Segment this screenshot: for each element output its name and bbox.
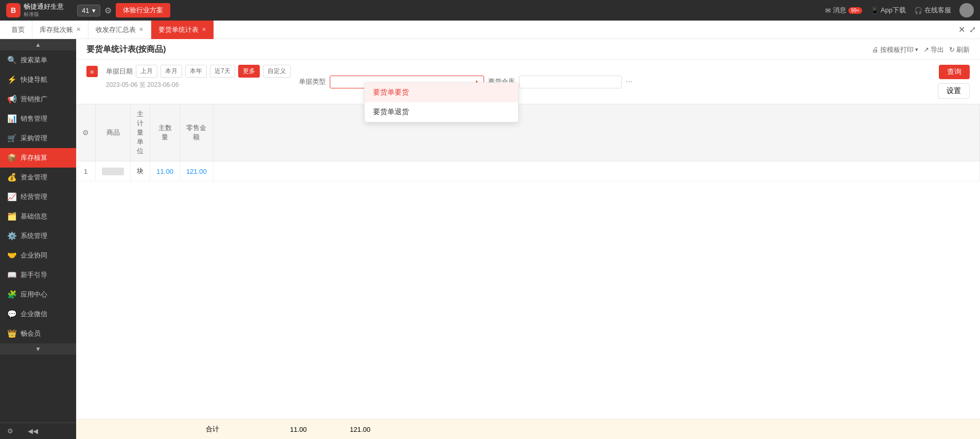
refresh-button[interactable]: ↻ 刷新 xyxy=(949,45,970,54)
page-title: 要货单统计表(按商品) xyxy=(86,44,166,55)
sidebar-item-operation[interactable]: 📈 经营管理 xyxy=(0,187,76,207)
app-center-icon: 🧩 xyxy=(7,290,16,299)
table-header-row: ⚙ 商品 主计量单位 主数量 零售金额 xyxy=(76,104,980,161)
inventory-icon: 📦 xyxy=(7,153,16,162)
sidebar-label: 基础信息 xyxy=(21,212,47,221)
refresh-label: 刷新 xyxy=(956,45,970,54)
more-dates-btn[interactable]: 更多 xyxy=(238,65,260,78)
sidebar-item-marketing[interactable]: 📢 营销推广 xyxy=(0,89,76,109)
trial-button[interactable]: 体验行业方案 xyxy=(116,3,170,17)
sidebar-item-enterprise[interactable]: 🤝 企业协同 xyxy=(0,246,76,265)
warehouse-input[interactable] xyxy=(519,76,622,88)
tab-order-stats[interactable]: 要货单统计表 ✕ xyxy=(151,21,214,39)
tab-receivable[interactable]: 收发存汇总表 ✕ xyxy=(88,21,151,39)
sidebar-item-member[interactable]: 👑 畅会员 xyxy=(0,324,76,343)
tab-close-icon[interactable]: ✕ xyxy=(76,26,81,33)
gear-icon[interactable]: ⚙ xyxy=(104,6,112,15)
this-month-btn[interactable]: 本月 xyxy=(161,65,182,78)
dropdown-item-order-return[interactable]: 要货单退货 xyxy=(365,102,518,122)
search-button[interactable]: 查询 xyxy=(939,65,970,79)
close-tab-icon[interactable]: ✕ xyxy=(958,25,965,34)
store-selector[interactable]: 41 ▾ xyxy=(77,5,100,16)
sidebar-item-finance[interactable]: 💰 资金管理 xyxy=(0,168,76,187)
settings-button[interactable]: 设置 xyxy=(938,83,970,99)
sidebar-label: 采购管理 xyxy=(21,134,47,143)
page-header: 要货单统计表(按商品) 🖨 按模板打印 ▾ ↗ 导出 ↻ 刷新 xyxy=(76,39,980,60)
more-options-icon[interactable]: ··· xyxy=(626,77,633,86)
tab-label: 库存批次账 xyxy=(40,25,73,34)
custom-date-btn[interactable]: 自定义 xyxy=(263,65,291,78)
last-month-btn[interactable]: 上月 xyxy=(136,65,157,78)
print-icon: 🖨 xyxy=(872,46,879,53)
col-quantity: 主数量 xyxy=(150,104,180,161)
app-download-item[interactable]: 📱 App下载 xyxy=(870,6,906,15)
search-icon: 🔍 xyxy=(7,56,16,65)
row-num: 1 xyxy=(76,161,96,181)
sidebar: ▲ 🔍 搜索菜单 ⚡ 快捷导航 📢 营销推广 📊 销售管理 🛒 采购管理 📦 库… xyxy=(0,39,76,439)
settings-col-icon[interactable]: ⚙ xyxy=(82,129,89,137)
col-unit: 主计量单位 xyxy=(131,104,150,161)
sidebar-label: 企业协同 xyxy=(21,251,47,260)
avatar[interactable] xyxy=(959,3,974,17)
sidebar-label: 系统管理 xyxy=(21,231,47,241)
sidebar-item-basic[interactable]: 🗂️ 基础信息 xyxy=(0,207,76,226)
sidebar-item-wechat[interactable]: 💬 企业微信 xyxy=(0,304,76,324)
settings-icon: ⚙ xyxy=(7,427,13,435)
this-year-btn[interactable]: 本年 xyxy=(185,65,207,78)
basic-icon: 🗂️ xyxy=(7,212,16,221)
expand-tab-icon[interactable]: ⤢ xyxy=(969,25,976,34)
last-7-days-btn[interactable]: 近7天 xyxy=(210,65,235,78)
footer-amount: 121.00 xyxy=(329,426,391,433)
dropdown-item-label: 要货单要货 xyxy=(373,88,409,96)
sidebar-label: 畅会员 xyxy=(21,329,41,338)
row-spacer xyxy=(213,161,979,181)
messages-item[interactable]: ✉ 消息 99+ xyxy=(825,6,862,15)
messages-badge: 99+ xyxy=(848,7,862,14)
sidebar-collapse[interactable]: ◀◀ xyxy=(21,423,45,439)
print-button[interactable]: 🖨 按模板打印 ▾ xyxy=(872,45,918,54)
sidebar-label: 快捷导航 xyxy=(21,75,47,84)
export-button[interactable]: ↗ 导出 xyxy=(923,45,944,54)
row-amount[interactable]: 121.00 xyxy=(180,161,213,181)
tab-home[interactable]: 首页 xyxy=(4,21,32,39)
wechat-icon: 💬 xyxy=(7,309,16,319)
date-range: 2023-05-06 至 2023-06-06 xyxy=(106,81,291,89)
row-quantity[interactable]: 11.00 xyxy=(150,161,180,181)
sidebar-item-purchase[interactable]: 🛒 采购管理 xyxy=(0,129,76,148)
member-icon: 👑 xyxy=(7,329,16,338)
tab-close-icon[interactable]: ✕ xyxy=(202,26,206,33)
main-layout: ▲ 🔍 搜索菜单 ⚡ 快捷导航 📢 营销推广 📊 销售管理 🛒 采购管理 📦 库… xyxy=(0,39,980,439)
type-label: 单据类型 xyxy=(299,77,326,86)
sidebar-item-inventory[interactable]: 📦 库存核算 xyxy=(0,148,76,168)
chevron-down-icon: ▾ xyxy=(92,7,96,14)
sidebar-item-sales[interactable]: 📊 销售管理 xyxy=(0,109,76,129)
messages-label: 消息 xyxy=(833,6,846,15)
guide-icon: 📖 xyxy=(7,270,16,280)
tab-close-icon[interactable]: ✕ xyxy=(139,26,144,33)
footer-quantity: 11.00 xyxy=(268,426,329,433)
col-settings[interactable]: ⚙ xyxy=(76,104,96,161)
content-area: 要货单统计表(按商品) 🖨 按模板打印 ▾ ↗ 导出 ↻ 刷新 xyxy=(76,39,980,439)
sidebar-bottom: ⚙ ◀◀ xyxy=(0,423,76,439)
online-service-item[interactable]: 🎧 在线客服 xyxy=(914,6,951,15)
dropdown-item-order-goods[interactable]: 要货单要货 xyxy=(365,83,518,102)
sidebar-label: 库存核算 xyxy=(21,153,47,162)
tab-bar: 首页 库存批次账 ✕ 收发存汇总表 ✕ 要货单统计表 ✕ ✕ ⤢ xyxy=(0,21,980,39)
expand-button[interactable]: » xyxy=(86,66,98,77)
download-icon: 📱 xyxy=(870,7,879,14)
sidebar-scroll-up[interactable]: ▲ xyxy=(0,39,76,50)
sidebar-label: 销售管理 xyxy=(21,114,47,123)
collapse-icon: ◀◀ xyxy=(28,427,38,435)
sidebar-settings[interactable]: ⚙ xyxy=(0,423,21,439)
table-row: 1 块 11.00 121.00 xyxy=(76,161,980,181)
sidebar-item-app-center[interactable]: 🧩 应用中心 xyxy=(0,285,76,304)
tab-inventory-batch[interactable]: 库存批次账 ✕ xyxy=(32,21,88,39)
app-download-label: App下载 xyxy=(881,6,906,15)
page-actions: 🖨 按模板打印 ▾ ↗ 导出 ↻ 刷新 xyxy=(872,45,970,54)
sidebar-item-search[interactable]: 🔍 搜索菜单 xyxy=(0,50,76,70)
sales-icon: 📊 xyxy=(7,114,16,123)
sidebar-item-quicknav[interactable]: ⚡ 快捷导航 xyxy=(0,70,76,89)
sidebar-scroll-down[interactable]: ▼ xyxy=(0,343,76,355)
sidebar-item-system[interactable]: ⚙️ 系统管理 xyxy=(0,226,76,246)
sidebar-item-guide[interactable]: 📖 新手引导 xyxy=(0,265,76,285)
